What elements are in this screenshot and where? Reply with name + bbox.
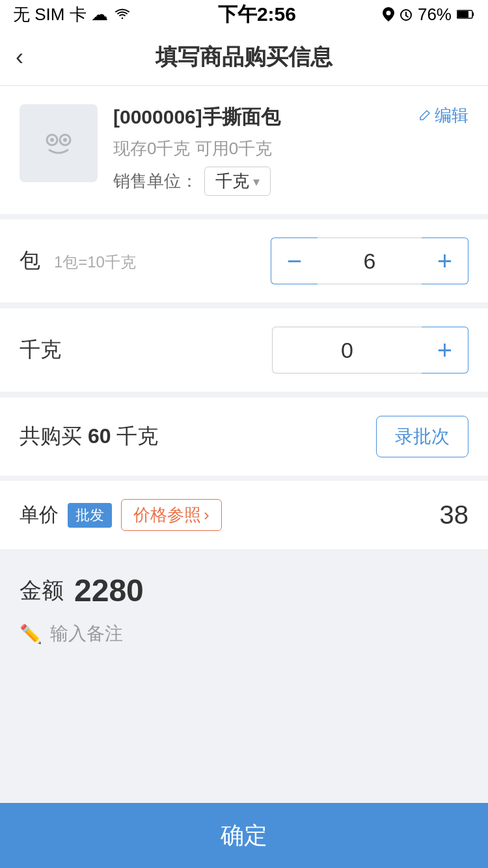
product-unit: 销售单位： 千克 ▾ bbox=[113, 167, 468, 196]
bao-quantity-section: 包 1包=10千克 − + bbox=[0, 219, 488, 303]
product-logo-icon bbox=[39, 124, 78, 163]
unit-select[interactable]: 千克 ▾ bbox=[204, 167, 271, 196]
kg-quantity-input[interactable] bbox=[272, 327, 422, 373]
kg-increment-button[interactable]: + bbox=[422, 327, 468, 373]
status-right: 76% bbox=[383, 5, 475, 25]
product-image bbox=[20, 104, 98, 182]
nav-bar: ‹ 填写商品购买信息 bbox=[0, 29, 488, 86]
bao-quantity-input[interactable] bbox=[318, 237, 422, 284]
price-value: 38 bbox=[440, 500, 469, 530]
price-section: 单价 批发 价格参照 › 38 bbox=[0, 481, 488, 554]
battery-text: 76% bbox=[418, 5, 452, 25]
amount-label: 金额 bbox=[20, 576, 64, 606]
amount-row: 金额 2280 bbox=[20, 573, 468, 608]
amount-section: 金额 2280 ✏️ 输入备注 bbox=[0, 554, 488, 803]
bao-hint: 1包=10千克 bbox=[54, 253, 136, 271]
chevron-down-icon: ▾ bbox=[253, 174, 260, 189]
bao-decrement-button[interactable]: − bbox=[271, 237, 318, 284]
amount-value: 2280 bbox=[74, 573, 144, 608]
sim-text: 无 SIM 卡 ☁ bbox=[13, 3, 108, 26]
kg-quantity-control: + bbox=[272, 327, 468, 373]
page-title: 填写商品购买信息 bbox=[156, 42, 332, 72]
back-button[interactable]: ‹ bbox=[16, 44, 23, 71]
bao-increment-button[interactable]: + bbox=[422, 237, 468, 284]
kg-quantity-section: 千克 + bbox=[0, 308, 488, 392]
status-left: 无 SIM 卡 ☁ bbox=[13, 3, 131, 26]
total-row: 共购买 60 千克 录批次 bbox=[0, 398, 488, 481]
location-icon bbox=[383, 7, 394, 21]
status-bar: 无 SIM 卡 ☁ 下午2:56 76% bbox=[0, 0, 488, 29]
bao-label: 包 1包=10千克 bbox=[20, 247, 271, 275]
product-card: [0000006]手撕面包 编辑 现存0千克 可用0千克 销售单位： 千克 ▾ bbox=[0, 86, 488, 219]
svg-point-0 bbox=[386, 11, 390, 16]
price-tag-pifa: 批发 bbox=[68, 503, 112, 528]
total-text: 共购买 60 千克 bbox=[20, 422, 158, 451]
price-label: 单价 bbox=[20, 502, 59, 528]
svg-point-8 bbox=[50, 138, 54, 142]
svg-point-9 bbox=[63, 138, 67, 142]
remark-row[interactable]: ✏️ 输入备注 bbox=[20, 621, 468, 646]
product-top-row: [0000006]手撕面包 编辑 bbox=[113, 104, 468, 137]
product-name: [0000006]手撕面包 bbox=[113, 104, 280, 131]
price-ref-button[interactable]: 价格参照 › bbox=[121, 499, 222, 531]
remark-label: 输入备注 bbox=[50, 621, 123, 646]
confirm-button[interactable]: 确定 bbox=[0, 803, 488, 868]
kg-quantity-row: 千克 + bbox=[0, 308, 488, 392]
alarm-icon bbox=[400, 7, 413, 21]
kg-label: 千克 bbox=[20, 336, 272, 364]
pencil-icon: ✏️ bbox=[20, 623, 42, 645]
status-time: 下午2:56 bbox=[218, 1, 296, 28]
svg-rect-5 bbox=[457, 11, 468, 18]
chevron-right-icon: › bbox=[204, 505, 210, 525]
svg-line-3 bbox=[406, 16, 408, 17]
product-stock: 现存0千克 可用0千克 bbox=[113, 137, 468, 160]
edit-button[interactable]: 编辑 bbox=[418, 104, 468, 127]
price-left: 单价 批发 价格参照 › bbox=[20, 499, 222, 531]
wifi-icon bbox=[113, 8, 131, 21]
battery-icon bbox=[457, 9, 475, 20]
product-info: [0000006]手撕面包 编辑 现存0千克 可用0千克 销售单位： 千克 ▾ bbox=[113, 104, 468, 196]
bao-quantity-row: 包 1包=10千克 − + bbox=[0, 219, 488, 303]
batch-button[interactable]: 录批次 bbox=[376, 416, 468, 457]
bao-quantity-control: − + bbox=[271, 237, 468, 284]
edit-icon bbox=[418, 109, 431, 122]
